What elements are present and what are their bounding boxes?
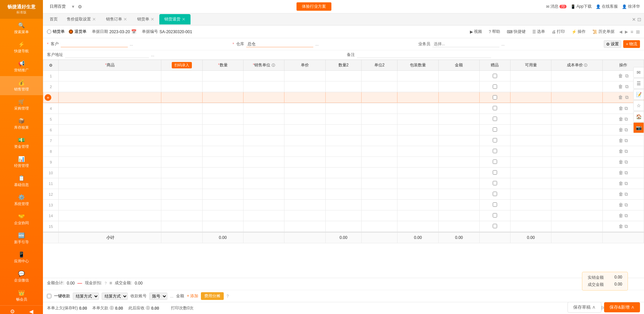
form-settings-btn[interactable]: ⚙ 设置	[604, 40, 621, 48]
copy-row-btn[interactable]: ⧉	[625, 138, 628, 143]
delete-row-btn[interactable]: 🗑	[619, 138, 623, 143]
warehouse-input[interactable]	[246, 41, 313, 47]
customer-ellipsis[interactable]: ...	[130, 42, 133, 47]
tab-sales-order[interactable]: 销售订单 ✕	[101, 14, 132, 24]
delete-row-btn[interactable]: 🗑	[619, 170, 623, 175]
gift-checkbox[interactable]	[493, 95, 497, 100]
account-select[interactable]: 陈号	[149, 293, 167, 300]
copy-row-btn[interactable]: ⧉	[625, 202, 628, 207]
radio-return-input[interactable]	[69, 29, 73, 34]
copy-row-btn[interactable]: ⧉	[625, 95, 629, 100]
delete-row-btn[interactable]: 🗑	[619, 159, 623, 165]
copy-row-btn[interactable]: ⧉	[625, 213, 628, 218]
copy-row-btn[interactable]: ⧉	[625, 106, 628, 111]
window-controls[interactable]: ⊡	[637, 17, 641, 22]
app-download-btn[interactable]: 📱 App下载	[571, 4, 592, 9]
view-grid-btn[interactable]: ⊞	[636, 29, 640, 35]
sidebar-settings-btn[interactable]: ⚙	[10, 308, 15, 314]
gift-checkbox[interactable]	[493, 84, 497, 89]
delete-row-btn[interactable]: 🗑	[619, 127, 623, 132]
address-ellipsis[interactable]: ...	[151, 53, 154, 57]
sidebar-item-search[interactable]: 🔍 搜索菜单	[0, 19, 43, 38]
message-btn[interactable]: ✉ 消息 70	[546, 4, 567, 9]
sidebar-item-wechat[interactable]: 💬 企业微信	[0, 267, 43, 286]
account-ellipsis[interactable]: ...	[170, 294, 173, 299]
sidebar-item-finance[interactable]: 💵 资金管理	[0, 133, 43, 152]
toolbar-help-btn[interactable]: ? 帮助	[487, 28, 502, 35]
next-doc-btn[interactable]: ▶	[625, 29, 628, 34]
save-draft-btn[interactable]: 保存草稿 ∧	[568, 302, 601, 313]
sidebar-item-quick-nav[interactable]: ⚡ 快捷导航	[0, 38, 43, 57]
rs-btn-3[interactable]: 📝	[633, 89, 644, 100]
add-logistics-btn[interactable]: + 物流	[623, 40, 640, 48]
user-profile-btn[interactable]: 👤 徐泽华	[622, 4, 640, 9]
delete-row-btn[interactable]: 🗑	[619, 116, 623, 122]
sidebar-item-system[interactable]: ⚙️ 系统管理	[0, 191, 43, 210]
gift-checkbox[interactable]	[493, 149, 497, 153]
delete-row-btn[interactable]: 🗑	[618, 95, 623, 100]
toolbar-video-btn[interactable]: ▶ 视频	[468, 28, 484, 35]
close-all-btn[interactable]: ✕	[632, 17, 636, 22]
tab-close-sales-order[interactable]: ✕	[123, 17, 127, 22]
nav-dropdown-icon[interactable]: ▼	[71, 4, 75, 9]
delete-row-btn[interactable]: 🗑	[618, 73, 623, 78]
tab-close-price-setting[interactable]: ✕	[92, 17, 96, 22]
calendar-icon[interactable]: 📅	[131, 29, 137, 34]
copy-row-btn[interactable]: ⧉	[625, 159, 628, 165]
remarks-input[interactable]	[357, 52, 491, 58]
tab-price-setting[interactable]: 售价提取设置 ✕	[62, 14, 101, 24]
experience-btn[interactable]: 体验行业方案	[297, 2, 331, 11]
gift-checkbox[interactable]	[493, 106, 497, 110]
toolbar-operate-btn[interactable]: ⚡ 操作	[570, 28, 588, 35]
staff-ellipsis[interactable]: ...	[501, 42, 505, 47]
tab-sales[interactable]: 销货单 ✕	[132, 14, 159, 24]
product-input[interactable]	[60, 95, 160, 100]
staff-input[interactable]	[432, 41, 499, 47]
tab-close-sales[interactable]: ✕	[151, 17, 154, 22]
sidebar-collapse-btn[interactable]: ◀	[29, 308, 33, 314]
sidebar-item-basic[interactable]: 📋 基础信息	[0, 172, 43, 191]
add-row-btn[interactable]: +	[45, 94, 51, 101]
copy-row-btn[interactable]: ⧉	[625, 73, 629, 78]
copy-row-btn[interactable]: ⧉	[625, 224, 628, 229]
copy-row-btn[interactable]: ⧉	[625, 127, 628, 132]
rs-btn-4[interactable]: ☆	[633, 100, 644, 111]
fee-split-btn[interactable]: 费用分摊	[201, 292, 224, 300]
gift-checkbox[interactable]	[493, 160, 497, 164]
rs-btn-2[interactable]: ☰	[633, 78, 644, 89]
online-service-btn[interactable]: 👤 在线客服	[596, 4, 618, 9]
warehouse-ellipsis[interactable]: ...	[315, 42, 319, 47]
delete-row-btn[interactable]: 🗑	[619, 148, 623, 154]
address-input[interactable]	[65, 52, 149, 58]
toolbar-history-btn[interactable]: 📜 历史单据	[590, 28, 616, 35]
delete-row-btn[interactable]: 🗑	[619, 213, 623, 218]
gift-checkbox[interactable]	[493, 202, 497, 207]
gift-checkbox[interactable]	[493, 213, 497, 217]
sidebar-item-operations[interactable]: 📊 经营管理	[0, 152, 43, 172]
save-new-btn[interactable]: 保存&新增 ∧	[604, 302, 640, 312]
rs-btn-5[interactable]: 🏠	[633, 111, 644, 122]
sidebar-item-guide[interactable]: 🆕 新手引导	[0, 229, 43, 248]
rs-btn-1[interactable]: ✉	[633, 67, 644, 78]
gift-checkbox[interactable]	[493, 192, 497, 196]
radio-sales-input[interactable]	[47, 29, 51, 34]
rs-btn-6[interactable]: 📷	[633, 122, 644, 133]
delete-row-btn[interactable]: 🗑	[619, 224, 623, 229]
scan-btn[interactable]: 扫码录入	[172, 62, 192, 68]
discount-help-icon[interactable]: ?	[105, 281, 107, 285]
tab-sales-return[interactable]: 销货退货 ✕	[159, 14, 191, 24]
tab-close-sales-return[interactable]: ✕	[182, 17, 185, 22]
gift-checkbox[interactable]	[493, 170, 497, 175]
copy-row-btn[interactable]: ⧉	[625, 191, 628, 197]
copy-row-btn[interactable]: ⧉	[625, 148, 628, 154]
prev-doc-btn[interactable]: ◀	[619, 29, 622, 34]
daily-goods-nav[interactable]: 日用百货	[47, 2, 68, 11]
customer-input[interactable]	[61, 41, 128, 47]
sidebar-item-marketing[interactable]: 📢 营销推广	[0, 57, 43, 76]
radio-sales-doc[interactable]: 销货单	[47, 29, 65, 35]
toolbar-select-btn[interactable]: ☰ 选单	[530, 28, 547, 35]
gift-checkbox[interactable]	[493, 181, 497, 185]
toolbar-shortcut-btn[interactable]: ⌨ 快捷键	[505, 28, 528, 35]
toolbar-print-btn[interactable]: 🖨 打印	[550, 28, 567, 35]
sidebar-item-app[interactable]: 📱 应用中心	[0, 248, 43, 267]
